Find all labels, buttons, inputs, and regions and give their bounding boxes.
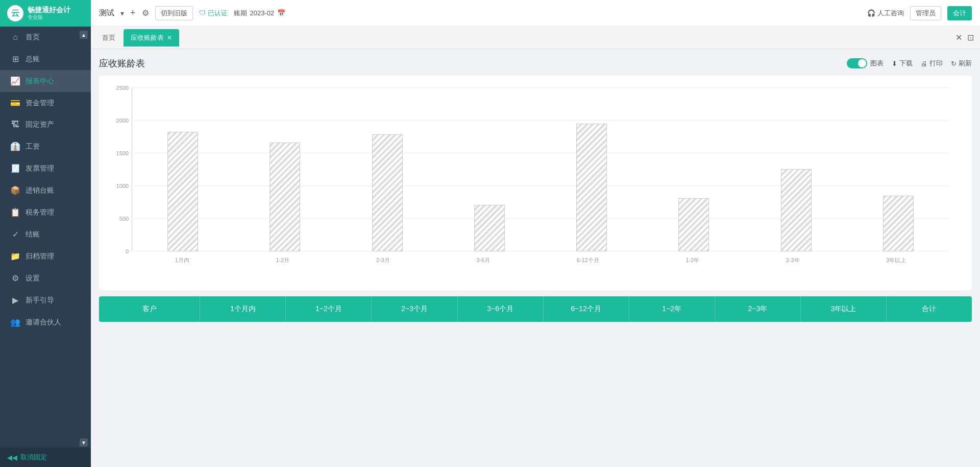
sidebar-scroll-down[interactable]: ▼: [80, 438, 88, 447]
table-column-header: 客户: [99, 296, 200, 322]
printer-icon: 🖨: [921, 60, 927, 67]
sidebar-label-funds: 资金管理: [26, 99, 54, 108]
bar-group: [781, 169, 812, 251]
bar-group: [270, 143, 300, 251]
y-axis-label: 1000: [116, 183, 132, 189]
switch-version-button[interactable]: 切到旧版: [155, 6, 193, 20]
invite-icon: 👥: [10, 317, 20, 327]
y-axis-label: 2500: [116, 85, 132, 91]
chart-container: 25002000150010005000 1月内1-2月2-3月3-6月6-12…: [99, 76, 972, 290]
report-header: 应收账龄表 图表 ⬇ 下载 🖨 打印 ↻ 刷新: [99, 57, 972, 69]
settings-gear-icon[interactable]: ⚙: [142, 8, 149, 18]
period-value: 2023-02: [250, 9, 275, 17]
sidebar-item-invite[interactable]: 👥 邀请合伙人: [0, 311, 91, 333]
role-button[interactable]: 会计: [947, 6, 972, 20]
sidebar-item-reports[interactable]: 📈 报表中心: [0, 70, 91, 92]
home-icon: ⌂: [10, 33, 20, 42]
tabbar: 首页 应收账龄表 ✕ ✕ ⊡: [91, 27, 980, 49]
cancel-fixed-btn[interactable]: ◀◀ 取消固定: [0, 448, 91, 467]
x-axis-label: 2-3年: [786, 256, 800, 264]
sidebar-label-invoice: 发票管理: [26, 164, 54, 173]
sidebar-item-invoice[interactable]: 🧾 发票管理: [0, 157, 91, 179]
app-logo-icon: 云: [7, 5, 23, 21]
chart-toggle[interactable]: [847, 58, 867, 68]
bar-group: [883, 196, 914, 251]
sidebar-item-salary[interactable]: 👔 工资: [0, 135, 91, 157]
topbar: 测试 ▾ + ⚙ 切到旧版 🛡 已认证 账期 2023-02 📅 🎧 人工咨询 …: [91, 0, 980, 27]
bar: [372, 134, 403, 251]
tax-icon: 📋: [10, 207, 20, 217]
x-axis-label: 3-6月: [476, 256, 490, 264]
sidebar-item-ledger[interactable]: ⊞ 总账: [0, 48, 91, 70]
x-axis-label: 3年以上: [886, 256, 906, 264]
sidebar-item-tax[interactable]: 📋 税务管理: [0, 201, 91, 223]
user-button[interactable]: 管理员: [910, 6, 941, 20]
sidebar-item-home[interactable]: ⌂ 首页: [0, 27, 91, 48]
sidebar-label-home: 首页: [26, 33, 40, 42]
period-label: 账期: [234, 9, 247, 18]
window-close-button[interactable]: ✕: [953, 31, 964, 44]
sidebar-label-archive: 归档管理: [26, 252, 54, 261]
download-icon: ⬇: [892, 60, 897, 67]
table-column-header: 3~6个月: [458, 296, 544, 322]
sidebar-item-sales[interactable]: 📦 进销台账: [0, 179, 91, 201]
chart-toggle-label: 图表: [870, 59, 884, 68]
print-button[interactable]: 🖨 打印: [921, 59, 943, 68]
consult-button[interactable]: 🎧 人工咨询: [867, 9, 904, 18]
sidebar-item-settings[interactable]: ⚙ 设置: [0, 267, 91, 289]
bar-group: [372, 134, 403, 251]
x-axis-label: 1-2月: [276, 256, 289, 264]
bar: [576, 124, 607, 251]
sidebar-item-close[interactable]: ✓ 结账: [0, 223, 91, 245]
sidebar-item-assets[interactable]: 🏗 固定资产: [0, 114, 91, 135]
add-button[interactable]: +: [130, 8, 136, 18]
sidebar-logo: 云 畅捷通好会计 专业版: [0, 0, 91, 27]
table-column-header: 2~3个月: [372, 296, 457, 322]
sidebar-item-funds[interactable]: 💳 资金管理: [0, 92, 91, 114]
invoice-icon: 🧾: [10, 164, 20, 173]
bar-chart: 25002000150010005000 1月内1-2月2-3月3-6月6-12…: [111, 88, 960, 272]
main-area: 测试 ▾ + ⚙ 切到旧版 🛡 已认证 账期 2023-02 📅 🎧 人工咨询 …: [91, 0, 980, 467]
shield-icon: 🛡: [199, 9, 206, 17]
chart-toggle-wrap: 图表: [847, 58, 884, 68]
sidebar-nav: ⌂ 首页 ⊞ 总账 📈 报表中心 💳 资金管理 🏗 固定资产 👔 工资 🧾 发票…: [0, 27, 91, 448]
archive-icon: 📁: [10, 251, 20, 261]
x-labels: 1月内1-2月2-3月3-6月6-12个月1-2年2-3年3年以上: [132, 251, 949, 272]
bars-area: [132, 88, 949, 251]
sidebar-scroll-up[interactable]: ▲: [80, 31, 88, 39]
funds-icon: 💳: [10, 98, 20, 108]
window-expand-button[interactable]: ⊡: [965, 31, 976, 44]
sidebar-label-tax: 税务管理: [26, 208, 54, 217]
bar-group: [678, 198, 709, 251]
sidebar-label-ledger: 总账: [26, 55, 40, 64]
tab-home[interactable]: 首页: [95, 29, 122, 46]
refresh-icon: ↻: [951, 60, 957, 67]
page-title: 应收账龄表: [99, 57, 145, 69]
download-button[interactable]: ⬇ 下载: [892, 59, 913, 68]
refresh-button[interactable]: ↻ 刷新: [951, 59, 972, 68]
sidebar-item-guide[interactable]: ▶ 新手引导: [0, 289, 91, 311]
bar: [270, 143, 300, 251]
sidebar-label-assets: 固定资产: [26, 120, 54, 129]
calendar-icon[interactable]: 📅: [277, 9, 285, 17]
bar-group: [167, 132, 198, 251]
table-column-header: 6~12个月: [544, 296, 629, 322]
consult-label: 人工咨询: [877, 9, 904, 18]
sidebar-label-sales: 进销台账: [26, 186, 54, 195]
y-axis-label: 500: [119, 216, 132, 222]
sidebar-item-archive[interactable]: 📁 归档管理: [0, 245, 91, 267]
x-axis-label: 1-2年: [685, 256, 699, 264]
cancel-fixed-label: 取消固定: [20, 453, 47, 462]
table-column-header: 2~3年: [715, 296, 801, 322]
tab-close-icon[interactable]: ✕: [167, 34, 172, 41]
page-content: 应收账龄表 图表 ⬇ 下载 🖨 打印 ↻ 刷新: [91, 49, 980, 467]
tab-receivable-aging[interactable]: 应收账龄表 ✕: [124, 29, 179, 46]
app-name: 畅捷通好会计: [28, 6, 70, 14]
table-column-header: 3年以上: [801, 296, 887, 322]
sidebar-label-reports: 报表中心: [26, 77, 54, 86]
y-axis-label: 0: [126, 248, 132, 254]
table-container: 客户1个月内1~2个月2~3个月3~6个月6~12个月1~2年2~3年3年以上合…: [99, 296, 972, 322]
ledger-icon: ⊞: [10, 54, 20, 64]
bar: [883, 196, 914, 251]
company-dropdown-icon[interactable]: ▾: [120, 9, 124, 17]
